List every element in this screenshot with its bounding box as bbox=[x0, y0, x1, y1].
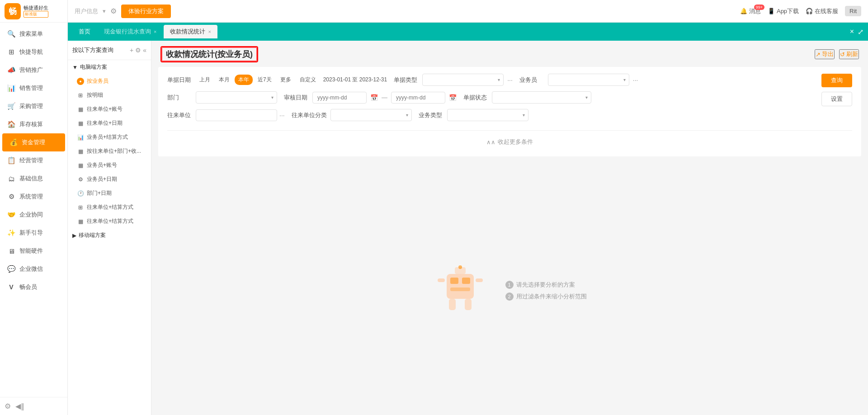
tree-item-detail[interactable]: ⊞ 按明细 bbox=[68, 88, 151, 102]
sidebar-item-system[interactable]: ⚙ 系统管理 bbox=[0, 188, 67, 206]
sidebar-item-quicknav[interactable]: ⊞ 快捷导航 bbox=[0, 43, 67, 61]
purchase-icon: 🛒 bbox=[7, 102, 16, 111]
sidebar-item-enterprise[interactable]: 🤝 企业协同 bbox=[0, 206, 67, 224]
finance-icon: 💰 bbox=[9, 138, 18, 147]
empty-tip-2: 2 用过滤条件来缩小分析范围 bbox=[505, 292, 587, 301]
sidebar-item-finance[interactable]: 💰 资金管理 bbox=[2, 133, 65, 151]
date-tab-more[interactable]: 更多 bbox=[277, 75, 295, 85]
svg-rect-1 bbox=[450, 278, 458, 284]
app-download-button[interactable]: 📱 App下载 bbox=[768, 7, 799, 15]
active-indicator: ● bbox=[77, 78, 84, 85]
tree-item-salesman[interactable]: ● 按业务员 bbox=[68, 74, 151, 88]
date-tab-custom[interactable]: 自定义 bbox=[296, 75, 320, 85]
doc-type-select[interactable] bbox=[422, 74, 504, 86]
date-tab-thisyear[interactable]: 本年 bbox=[235, 75, 253, 85]
doc-type-more[interactable]: ··· bbox=[507, 76, 513, 84]
salesman-select[interactable] bbox=[548, 74, 629, 86]
trial-button[interactable]: 体验行业方案 bbox=[121, 5, 171, 18]
partner-category-filter: 往来单位分类 bbox=[292, 109, 412, 121]
tree-group-mobile[interactable]: ▶ 移动端方案 bbox=[68, 228, 151, 242]
tab-stats-close[interactable]: × bbox=[208, 29, 211, 34]
tree-item-partner-settle1[interactable]: ⊞ 往来单位+结算方式 bbox=[68, 200, 151, 214]
sidebar-item-purchase[interactable]: 🛒 采购管理 bbox=[0, 97, 67, 115]
tree-item-salesman-settle[interactable]: 📊 业务员+结算方式 bbox=[68, 130, 151, 144]
empty-robot bbox=[433, 263, 487, 314]
tab-home[interactable]: 首页 bbox=[72, 25, 97, 38]
panel-settings-button[interactable]: ⚙ bbox=[135, 47, 141, 54]
left-panel-header: 按以下方案查询 + ⚙ « bbox=[68, 41, 151, 60]
tab-bank[interactable]: 现金银行流水查询 × bbox=[98, 25, 163, 38]
logo-badge: 标准版 bbox=[24, 11, 48, 18]
sidebar-item-sales[interactable]: 📊 销售管理 bbox=[0, 79, 67, 97]
sidebar-item-guide[interactable]: ✨ 新手引导 bbox=[0, 224, 67, 242]
panel-add-button[interactable]: + bbox=[130, 47, 133, 54]
sidebar-nav: 🔍 搜索菜单 ⊞ 快捷导航 📣 营销推广 📊 销售管理 🛒 采购管理 🏠 bbox=[0, 23, 67, 397]
search-icon: 🔍 bbox=[7, 29, 16, 38]
dept-select[interactable] bbox=[196, 91, 277, 104]
empty-tips-list: 1 请先选择要分析的方案 2 用过滤条件来缩小分析范围 bbox=[505, 281, 587, 301]
tree-group-desktop[interactable]: ▼ 电脑端方案 bbox=[68, 60, 151, 74]
business-type-select[interactable] bbox=[447, 109, 528, 121]
tab-bank-close[interactable]: × bbox=[154, 29, 156, 34]
export-button[interactable]: ↗ 导出 bbox=[815, 49, 835, 59]
sidebar-item-operation[interactable]: 📋 经营管理 bbox=[0, 151, 67, 170]
page-header-actions: ↗ 导出 ↺ 刷新 bbox=[815, 49, 859, 59]
tabbar-expand-icon[interactable]: ⤢ bbox=[858, 28, 863, 36]
panel-actions: + ⚙ « bbox=[130, 47, 146, 54]
user-avatar[interactable]: Rit bbox=[845, 6, 861, 16]
sidebar-item-search[interactable]: 🔍 搜索菜单 bbox=[0, 25, 67, 43]
notification-button[interactable]: 🔔 消息 99+ bbox=[740, 7, 761, 15]
review-date-from[interactable] bbox=[312, 92, 367, 104]
sidebar-item-hardware[interactable]: 🖥 智能硬件 bbox=[0, 242, 67, 260]
sidebar-item-inventory[interactable]: 🏠 库存核算 bbox=[0, 115, 67, 133]
clock-icon: 🕐 bbox=[77, 190, 84, 197]
tree-item-salesman-account[interactable]: ▦ 业务员+账号 bbox=[68, 158, 151, 172]
tree-item-partner-dept[interactable]: ▦ 按往来单位+部门+收... bbox=[68, 144, 151, 158]
salesman-more[interactable]: ··· bbox=[633, 76, 638, 84]
filter-row-2: 部门 审核日期 bbox=[167, 91, 815, 104]
panel-collapse-button[interactable]: « bbox=[143, 47, 146, 54]
partner-more-icon[interactable]: ··· bbox=[279, 112, 285, 119]
doc-type-filter: 单据类型 ··· bbox=[394, 74, 513, 86]
calendar-to-icon[interactable]: 📅 bbox=[449, 94, 457, 101]
date-tab-lastmonth[interactable]: 上月 bbox=[196, 75, 214, 85]
tab-stats[interactable]: 收款情况统计 × bbox=[164, 25, 217, 38]
sidebar-item-marketing[interactable]: 📣 营销推广 bbox=[0, 61, 67, 79]
partner-category-select[interactable] bbox=[330, 109, 412, 121]
collapse-sidebar-icon[interactable]: ◀‖ bbox=[15, 402, 24, 410]
date-tab-thismonth[interactable]: 本月 bbox=[215, 75, 233, 85]
tree-item-partner-account[interactable]: ▦ 往来单位+账号 bbox=[68, 102, 151, 116]
sidebar-item-member[interactable]: V 畅会员 bbox=[0, 278, 67, 296]
sidebar-item-basic[interactable]: 🗂 基础信息 bbox=[0, 170, 67, 188]
query-button[interactable]: 查询 bbox=[821, 74, 852, 87]
left-panel: 按以下方案查询 + ⚙ « ▼ 电脑端方案 ● 按业务员 bbox=[68, 41, 151, 415]
filter-settings-button[interactable]: 设置 bbox=[821, 92, 852, 106]
refresh-button[interactable]: ↺ 刷新 bbox=[839, 49, 859, 59]
calendar-from-icon[interactable]: 📅 bbox=[370, 94, 378, 101]
business-type-select-wrapper bbox=[447, 109, 528, 121]
doc-status-select[interactable] bbox=[492, 91, 591, 104]
tree-item-salesman-date[interactable]: ⚙ 业务员+日期 bbox=[68, 172, 151, 186]
filter-row-3: 往来单位 ··· 往来单位分类 bbox=[167, 109, 815, 121]
salesman-select-wrapper bbox=[548, 74, 629, 86]
right-content: 收款情况统计(按业务员) ↗ 导出 ↺ 刷新 bbox=[151, 41, 868, 415]
doc-status-label: 单据状态 bbox=[463, 94, 488, 102]
topbar-breadcrumb-arrow[interactable]: ▾ bbox=[103, 8, 106, 14]
tabbar-close-icon[interactable]: × bbox=[850, 28, 854, 36]
sidebar-item-wechat[interactable]: 💬 企业微信 bbox=[0, 260, 67, 278]
collapse-filter-button[interactable]: ∧∧ 收起更多条件 bbox=[483, 134, 537, 150]
settings-bottom-icon[interactable]: ⚙ bbox=[5, 402, 11, 410]
online-service-button[interactable]: 🎧 在线客服 bbox=[806, 7, 838, 15]
tree-item-partner-settle2[interactable]: ▦ 往来单位+结算方式 bbox=[68, 214, 151, 228]
topbar-gear-icon[interactable]: ⚙ bbox=[110, 7, 117, 15]
salesman-label: 业务员 bbox=[519, 76, 544, 84]
date-tab-7days[interactable]: 近7天 bbox=[254, 75, 275, 85]
partner-input[interactable] bbox=[196, 109, 277, 121]
tree-item-partner-date[interactable]: ▦ 往来单位+日期 bbox=[68, 116, 151, 130]
date-range-text: 2023-01-01 至 2023-12-31 bbox=[323, 76, 387, 84]
review-date-to[interactable] bbox=[391, 92, 445, 104]
partner-category-select-wrapper bbox=[330, 109, 412, 121]
tree-item-dept-date[interactable]: 🕐 部门+日期 bbox=[68, 186, 151, 200]
page-content: 按以下方案查询 + ⚙ « ▼ 电脑端方案 ● 按业务员 bbox=[68, 41, 868, 415]
dept-select-wrapper bbox=[196, 91, 277, 104]
